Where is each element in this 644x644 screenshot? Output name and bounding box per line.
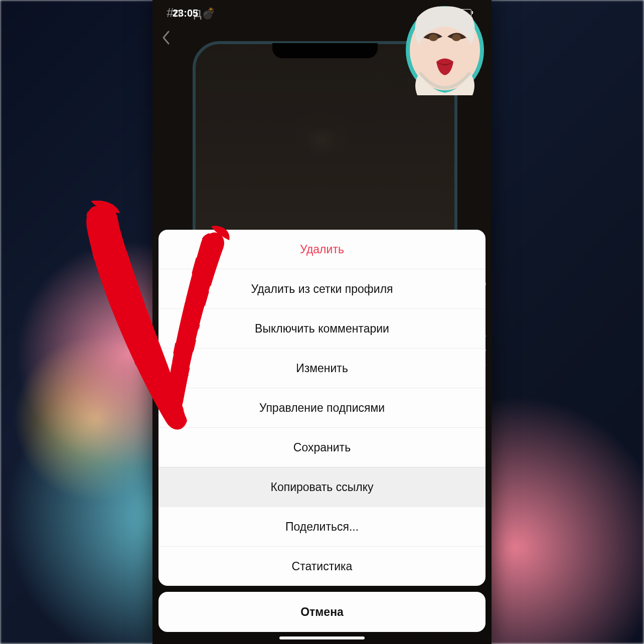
status-time: 23:05	[173, 8, 198, 19]
sheet-item-edit[interactable]: Изменить	[158, 348, 486, 388]
svg-point-2	[429, 34, 438, 41]
action-sheet-list: Удалить Удалить из сетки профиля Выключи…	[158, 230, 486, 586]
sheet-cancel-button[interactable]: Отмена	[158, 592, 486, 632]
sheet-item-remove-from-grid[interactable]: Удалить из сетки профиля	[158, 269, 486, 308]
action-sheet: Удалить Удалить из сетки профиля Выключи…	[158, 230, 486, 644]
sheet-item-delete[interactable]: Удалить	[158, 230, 486, 269]
sheet-item-copy-link[interactable]: Копировать ссылку	[158, 467, 486, 507]
phone-notch	[272, 43, 378, 58]
back-chevron-icon[interactable]	[162, 30, 171, 47]
home-indicator[interactable]	[279, 636, 365, 639]
sheet-item-manage-captions[interactable]: Управление подписями	[158, 388, 486, 427]
sheet-item-share[interactable]: Поделиться...	[158, 507, 486, 546]
avatar-sticker	[402, 3, 488, 98]
sheet-item-save[interactable]: Сохранить	[158, 427, 486, 467]
sheet-item-turn-off-comments[interactable]: Выключить комментарии	[158, 308, 486, 348]
svg-point-3	[452, 34, 461, 41]
sheet-item-insights[interactable]: Статистика	[158, 546, 486, 586]
phone-screenshot: #пxxд💣 23:05 LTE @alya.probranding Удали…	[152, 0, 492, 644]
